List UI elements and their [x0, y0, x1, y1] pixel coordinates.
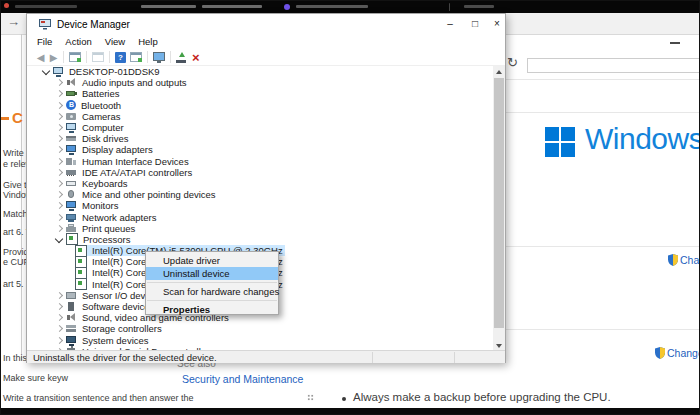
doc-text-fragment: Write a transition sentence and then ans…	[3, 393, 193, 403]
divider	[506, 79, 700, 80]
refresh-icon[interactable]: ↻	[507, 55, 518, 70]
tree-item-ide-controllers[interactable]: IDE ATA/ATAPI controllers	[28, 167, 494, 178]
hid-icon	[66, 156, 77, 167]
context-menu: Update driver Uninstall device Scan for …	[145, 251, 279, 315]
tab-title-fragment[interactable]	[464, 5, 494, 8]
tab-favicon-icon	[284, 4, 290, 10]
title-bar[interactable]: Device Manager – □ ×	[27, 14, 505, 34]
bluetooth-icon	[66, 100, 76, 110]
chevron-right-icon[interactable]	[53, 167, 66, 178]
maximize-button[interactable]: □	[466, 14, 484, 33]
security-and-maintenance-link[interactable]: Security and Maintenance	[182, 373, 303, 385]
chevron-right-icon[interactable]	[53, 301, 66, 312]
scrollbar-thumb[interactable]	[494, 78, 504, 328]
chevron-right-icon[interactable]	[53, 290, 66, 301]
toolbar-separator	[109, 51, 110, 63]
tree-item-batteries[interactable]: Batteries	[28, 88, 494, 99]
tree-item-network-adapters[interactable]: Network adapters	[28, 211, 494, 222]
tab-title-fragment[interactable]	[141, 5, 196, 8]
speaker-icon	[66, 77, 77, 88]
tree-item-disk-drives[interactable]: Disk drives	[28, 133, 494, 144]
tree-item-monitors[interactable]: Monitors	[28, 200, 494, 211]
menu-help[interactable]: Help	[138, 36, 158, 47]
drag-handle-icon[interactable]	[307, 394, 314, 401]
help-icon[interactable]: ?	[115, 52, 126, 63]
change-link-label: Chang	[680, 254, 700, 266]
tree-item-processors[interactable]: Processors	[28, 234, 494, 245]
tab-favicon-icon	[4, 3, 9, 8]
forward-icon[interactable]: ▶	[47, 52, 60, 63]
chevron-right-icon[interactable]	[53, 156, 66, 167]
chevron-right-icon[interactable]	[53, 335, 66, 346]
chevron-right-icon[interactable]	[53, 223, 66, 234]
change-settings-link[interactable]: Chang	[668, 254, 700, 266]
minimize-dash-icon[interactable]	[670, 42, 680, 44]
chevron-right-icon[interactable]	[53, 122, 66, 133]
status-divider	[454, 352, 455, 363]
properties-window-icon[interactable]	[92, 52, 104, 62]
tab-title-fragment[interactable]	[296, 5, 368, 8]
minimize-button[interactable]: –	[441, 14, 459, 33]
tree-item-audio[interactable]: Audio inputs and outputs	[28, 77, 494, 88]
menu-action[interactable]: Action	[65, 36, 91, 47]
tab-title-fragment[interactable]	[202, 5, 262, 8]
tab-title-fragment[interactable]	[15, 5, 77, 8]
tree-item-keyboards[interactable]: Keyboards	[28, 178, 494, 189]
cpu-icon	[75, 278, 87, 290]
browser-tab-bar	[1, 1, 700, 13]
menu-item-uninstall-device[interactable]: Uninstall device	[146, 267, 278, 280]
chevron-right-icon[interactable]	[53, 133, 66, 144]
close-button[interactable]: ×	[488, 14, 506, 33]
chevron-right-icon[interactable]	[53, 178, 66, 189]
sensor-icon	[66, 290, 77, 301]
tree-item-print-queues[interactable]: Print queues	[28, 223, 494, 234]
speaker-icon	[66, 312, 77, 323]
menu-file[interactable]: File	[37, 36, 52, 47]
tree-item-display-adapters[interactable]: Display adapters	[28, 144, 494, 155]
chevron-right-icon[interactable]	[53, 200, 66, 211]
back-icon[interactable]: ◀	[34, 52, 47, 63]
chevron-right-icon[interactable]	[53, 312, 66, 323]
tree-item-hid[interactable]: Human Interface Devices	[28, 156, 494, 167]
computer-monitor-icon[interactable]	[153, 52, 165, 61]
chevron-right-icon[interactable]	[53, 77, 66, 88]
chevron-right-icon[interactable]	[53, 100, 66, 111]
show-window-icon[interactable]	[130, 52, 142, 62]
tree-item-desktop[interactable]: DESKTOP-01DDSK9	[28, 66, 494, 77]
cpu-icon	[75, 256, 87, 268]
tree-item-computer[interactable]: Computer	[28, 122, 494, 133]
tree-item-storage-controllers[interactable]: Storage controllers	[28, 323, 494, 334]
scroll-up-icon[interactable]	[493, 66, 505, 77]
tree-item-system-devices[interactable]: System devices	[28, 335, 494, 346]
menu-item-update-driver[interactable]: Update driver	[146, 254, 278, 267]
control-panel-search-input[interactable]	[527, 58, 700, 73]
chevron-right-icon[interactable]	[53, 111, 66, 122]
chevron-right-icon[interactable]	[53, 212, 66, 223]
status-text: Uninstalls the driver for the selected d…	[33, 352, 217, 363]
toolbar-separator	[170, 51, 171, 63]
storage-icon	[66, 323, 77, 334]
menu-view[interactable]: View	[105, 36, 125, 47]
device-manager-app-icon	[39, 19, 51, 30]
forward-nav-icon[interactable]: →	[7, 14, 20, 29]
menu-item-properties[interactable]: Properties	[146, 303, 278, 316]
menu-bar: File Action View Help	[27, 34, 505, 49]
change-product-key-link[interactable]: Change p	[655, 347, 700, 359]
tree-item-bluetooth[interactable]: Bluetooth	[28, 100, 494, 111]
chevron-right-icon[interactable]	[53, 189, 66, 200]
console-tree-icon[interactable]	[69, 52, 81, 62]
chevron-down-icon[interactable]	[53, 234, 66, 245]
chevron-right-icon[interactable]	[53, 323, 66, 334]
tree-item-cameras[interactable]: Cameras	[28, 111, 494, 122]
menu-item-scan-hardware-changes[interactable]: Scan for hardware changes	[146, 285, 278, 298]
vertical-scrollbar[interactable]	[493, 66, 505, 351]
status-divider	[372, 352, 373, 363]
tree-item-mice[interactable]: Mice and other pointing devices	[28, 189, 494, 200]
mouse-icon	[66, 189, 77, 200]
doc-text-fragment: Make sure keyw	[3, 373, 68, 383]
uninstall-device-icon[interactable]: ×	[192, 52, 200, 63]
update-driver-icon[interactable]	[176, 52, 187, 63]
chevron-right-icon[interactable]	[53, 144, 66, 155]
chevron-right-icon[interactable]	[53, 88, 66, 99]
chevron-down-icon[interactable]	[40, 66, 53, 77]
